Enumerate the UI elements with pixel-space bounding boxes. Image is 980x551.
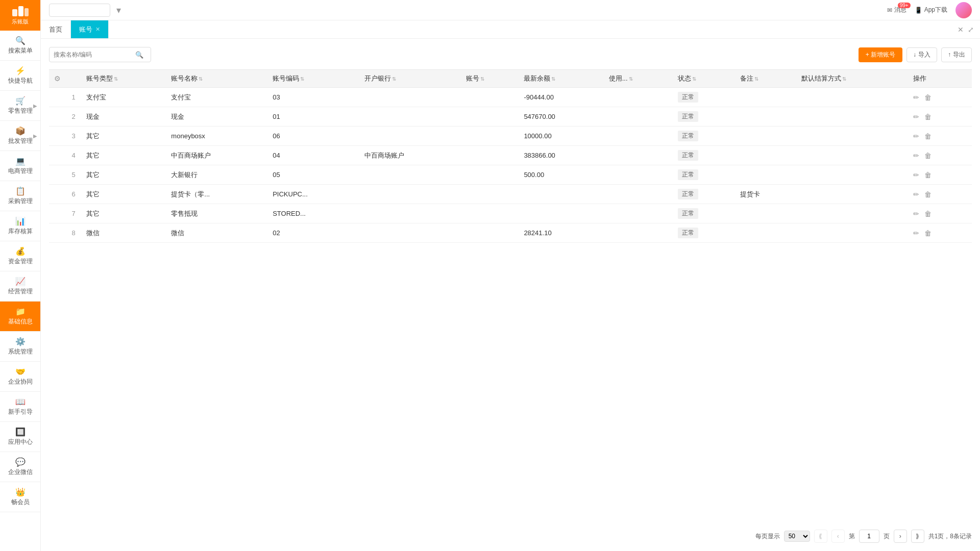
sort-account-no[interactable]: 账号 ⇅ bbox=[466, 74, 484, 83]
top-search-input[interactable] bbox=[49, 4, 110, 17]
sidebar-item-operations[interactable]: 📈 经营管理 bbox=[0, 271, 40, 302]
sort-icon: ⇅ bbox=[480, 76, 484, 82]
col-account-no[interactable]: 账号 ⇅ bbox=[461, 70, 519, 88]
edit-icon[interactable]: ✏ bbox=[913, 229, 919, 237]
col-account-name[interactable]: 账号名称 ⇅ bbox=[166, 70, 267, 88]
sidebar-item-enterprise-wechat[interactable]: 💬 企业微信 bbox=[0, 452, 40, 482]
col-balance[interactable]: 最新余额 ⇅ bbox=[519, 70, 603, 88]
delete-icon[interactable]: 🗑 bbox=[924, 190, 932, 198]
edit-icon[interactable]: ✏ bbox=[913, 210, 919, 218]
sidebar-item-finance[interactable]: 💰 资金管理 bbox=[0, 241, 40, 271]
delete-icon[interactable]: 🗑 bbox=[924, 113, 932, 121]
enterprise-agreement-icon: 🤝 bbox=[15, 367, 26, 377]
message-button[interactable]: ✉ 消息 99+ bbox=[887, 6, 906, 14]
row-account-no bbox=[461, 88, 519, 107]
sort-account-code[interactable]: 账号编码 ⇅ bbox=[273, 74, 304, 83]
col-account-type[interactable]: 账号类型 ⇅ bbox=[81, 70, 166, 88]
row-remark bbox=[735, 88, 796, 107]
sort-remark[interactable]: 备注 ⇅ bbox=[740, 74, 758, 83]
sidebar-item-purchase[interactable]: 📋 采购管理 bbox=[0, 181, 40, 211]
page-number-input[interactable] bbox=[859, 530, 879, 543]
col-status[interactable]: 状态 ⇅ bbox=[673, 70, 735, 88]
tab-home[interactable]: 首页 bbox=[41, 20, 71, 38]
pagination-bar: 每页显示 50 100 200 ⟪ ‹ 第 页 › ⟫ 共1页，8条记录 bbox=[49, 523, 972, 543]
tab-bar: 首页 账号 ✕ ✕ ⤢ bbox=[41, 20, 980, 39]
first-page-button[interactable]: ⟪ bbox=[814, 530, 827, 543]
retail-icon: 🛒 bbox=[15, 96, 26, 106]
sidebar-item-retail[interactable]: 🛒 零售管理 ▶ bbox=[0, 91, 40, 121]
delete-icon[interactable]: 🗑 bbox=[924, 93, 932, 102]
tab-account[interactable]: 账号 ✕ bbox=[71, 20, 109, 38]
status-badge: 正常 bbox=[678, 92, 698, 103]
app-download-button[interactable]: 📱 App下载 bbox=[915, 6, 947, 14]
status-badge: 正常 bbox=[678, 189, 698, 199]
delete-icon[interactable]: 🗑 bbox=[924, 132, 932, 140]
tab-close-action[interactable]: ✕ bbox=[958, 26, 964, 34]
page-size-select[interactable]: 50 100 200 bbox=[784, 531, 810, 542]
tab-expand-action[interactable]: ⤢ bbox=[968, 26, 974, 34]
edit-icon[interactable]: ✏ bbox=[913, 132, 919, 140]
row-actions: ✏ 🗑 bbox=[908, 107, 972, 127]
col-bank[interactable]: 开户银行 ⇅ bbox=[359, 70, 461, 88]
sidebar-item-inventory[interactable]: 📊 库存核算 bbox=[0, 211, 40, 241]
sidebar-item-app-center[interactable]: 🔲 应用中心 bbox=[0, 422, 40, 452]
message-icon: ✉ bbox=[887, 7, 892, 14]
row-bank bbox=[359, 127, 461, 146]
row-account-type: 微信 bbox=[81, 223, 166, 243]
sort-status[interactable]: 状态 ⇅ bbox=[678, 74, 696, 83]
delete-icon[interactable]: 🗑 bbox=[924, 152, 932, 160]
add-account-button[interactable]: + 新增账号 bbox=[859, 47, 902, 62]
sort-account-type[interactable]: 账号类型 ⇅ bbox=[86, 74, 118, 83]
sidebar-item-new-guide[interactable]: 📖 新手引导 bbox=[0, 392, 40, 422]
next-page-button[interactable]: › bbox=[894, 530, 907, 543]
edit-icon[interactable]: ✏ bbox=[913, 113, 919, 121]
export-button[interactable]: ↑ 导出 bbox=[941, 47, 972, 62]
delete-icon[interactable]: 🗑 bbox=[924, 171, 932, 179]
sort-icon: ⇅ bbox=[629, 76, 633, 82]
sidebar-item-system[interactable]: ⚙️ 系统管理 bbox=[0, 332, 40, 362]
sidebar-item-ecommerce[interactable]: 💻 电商管理 bbox=[0, 151, 40, 181]
sidebar-item-search[interactable]: 🔍 搜索菜单 bbox=[0, 31, 40, 61]
sidebar-item-basic-info[interactable]: 📁 基础信息 bbox=[0, 302, 40, 332]
row-account-no bbox=[461, 204, 519, 223]
edit-icon[interactable]: ✏ bbox=[913, 152, 919, 160]
table-row: 4 其它 中百商场账户 04 中百商场账户 383866.00 正常 ✏ 🗑 bbox=[49, 146, 972, 165]
col-account-type-label: 账号类型 bbox=[86, 74, 113, 83]
delete-icon[interactable]: 🗑 bbox=[924, 229, 932, 237]
sort-icon: ⇅ bbox=[114, 76, 118, 82]
row-actions: ✏ 🗑 bbox=[908, 185, 972, 204]
add-account-label: + 新增账号 bbox=[866, 51, 895, 59]
sidebar-item-vip[interactable]: 👑 畅会员 bbox=[0, 482, 40, 512]
sort-account-name[interactable]: 账号名称 ⇅ bbox=[171, 74, 203, 83]
edit-icon[interactable]: ✏ bbox=[913, 190, 919, 198]
last-page-button[interactable]: ⟫ bbox=[911, 530, 924, 543]
prev-page-button[interactable]: ‹ bbox=[831, 530, 845, 543]
edit-icon[interactable]: ✏ bbox=[913, 93, 919, 102]
col-usage[interactable]: 使用... ⇅ bbox=[604, 70, 673, 88]
delete-icon[interactable]: 🗑 bbox=[924, 210, 932, 218]
table-row: 7 其它 零售抵现 STORED... 正常 ✏ 🗑 bbox=[49, 204, 972, 223]
col-account-code[interactable]: 账号编码 ⇅ bbox=[267, 70, 359, 88]
edit-icon[interactable]: ✏ bbox=[913, 171, 919, 179]
row-account-name: 提货卡（零... bbox=[166, 185, 267, 204]
tab-close-icon[interactable]: ✕ bbox=[95, 26, 100, 33]
sort-bank[interactable]: 开户银行 ⇅ bbox=[364, 74, 396, 83]
avatar[interactable] bbox=[955, 2, 972, 18]
chevron-right-icon: ▶ bbox=[33, 133, 37, 139]
gear-icon[interactable]: ⚙ bbox=[54, 74, 61, 83]
page-jump-label: 第 bbox=[849, 532, 855, 541]
sort-balance[interactable]: 最新余额 ⇅ bbox=[524, 74, 555, 83]
row-account-type: 支付宝 bbox=[81, 88, 166, 107]
dropdown-icon[interactable]: ▾ bbox=[116, 5, 121, 16]
sidebar-item-quick-nav[interactable]: ⚡ 快捷导航 bbox=[0, 61, 40, 91]
import-button[interactable]: ↓ 导入 bbox=[906, 47, 937, 62]
sort-default-settlement[interactable]: 默认结算方式 ⇅ bbox=[801, 74, 846, 83]
row-account-code: 05 bbox=[267, 165, 359, 185]
sidebar-item-enterprise-agreement[interactable]: 🤝 企业协同 bbox=[0, 362, 40, 392]
sidebar-item-wholesale[interactable]: 📦 批发管理 ▶ bbox=[0, 121, 40, 151]
sort-usage[interactable]: 使用... ⇅ bbox=[609, 74, 633, 83]
col-default-settlement[interactable]: 默认结算方式 ⇅ bbox=[796, 70, 908, 88]
col-remark[interactable]: 备注 ⇅ bbox=[735, 70, 796, 88]
search-input[interactable] bbox=[54, 51, 135, 58]
row-remark bbox=[735, 223, 796, 243]
